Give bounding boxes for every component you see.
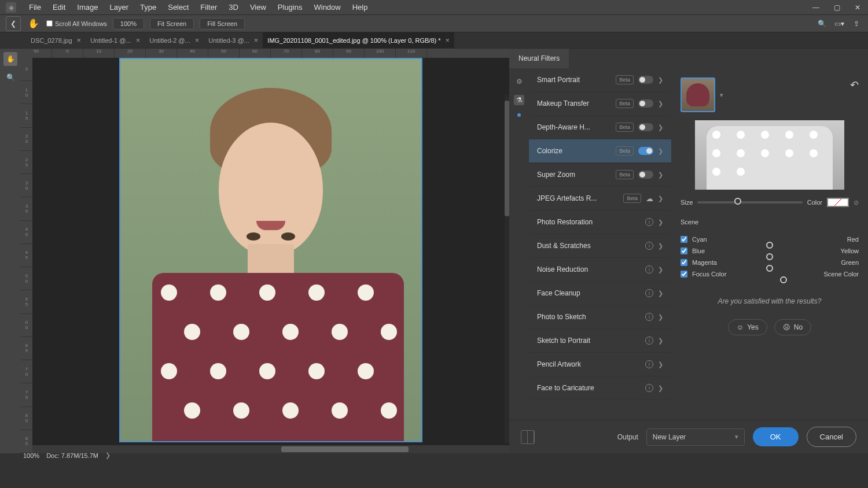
menu-image[interactable]: Image — [71, 3, 104, 12]
beaker-icon[interactable]: ⚗ — [514, 95, 524, 105]
layout-icon[interactable] — [521, 430, 535, 444]
tab-close-icon[interactable]: × — [195, 36, 200, 45]
document-tab[interactable]: Untitled-2 @...× — [145, 32, 204, 48]
workspace-switcher-icon[interactable]: ▭▾ — [833, 18, 845, 29]
info-icon[interactable]: i — [645, 384, 653, 392]
info-icon[interactable]: i — [645, 242, 653, 250]
maximize-button[interactable]: ▢ — [826, 0, 847, 15]
chevron-right-icon: ❯ — [658, 219, 663, 226]
filter-item[interactable]: Dust & Scratchesi❯ — [529, 234, 671, 258]
scene-checkbox[interactable] — [681, 259, 687, 266]
filter-item[interactable]: Smart PortraitBeta❯ — [529, 68, 671, 92]
tab-close-icon[interactable]: × — [446, 36, 450, 45]
hand-tool[interactable]: ✋ — [3, 52, 17, 66]
filter-item[interactable]: Face to Caricaturei❯ — [529, 376, 671, 400]
filter-item[interactable]: Photo Restorationi❯ — [529, 210, 671, 234]
color-label: Color — [807, 199, 822, 206]
cancel-button[interactable]: Cancel — [807, 427, 856, 447]
menu-help[interactable]: Help — [347, 3, 374, 12]
chevron-right-icon: ❯ — [658, 100, 663, 108]
hand-tool-icon[interactable]: ✋ — [27, 17, 41, 31]
scene-checkbox[interactable] — [681, 271, 687, 278]
chevron-right-icon: ❯ — [658, 313, 663, 321]
scene-heading: Scene — [681, 219, 859, 225]
no-button[interactable]: ☹No — [774, 319, 811, 335]
menu-window[interactable]: Window — [308, 3, 346, 12]
zoom-tool[interactable]: 🔍 — [3, 71, 17, 84]
menu-layer[interactable]: Layer — [104, 3, 135, 12]
preview-image[interactable] — [695, 120, 844, 190]
filter-toggle[interactable] — [638, 123, 653, 131]
menu-view[interactable]: View — [244, 3, 272, 12]
menu-filter[interactable]: Filter — [194, 3, 223, 12]
menu-select[interactable]: Select — [162, 3, 194, 12]
status-chevron-icon[interactable]: ❯ — [105, 452, 111, 459]
tab-close-icon[interactable]: × — [254, 36, 259, 45]
document-tab[interactable]: IMG_20201108_0001_edited.jpg @ 100% (Lay… — [263, 32, 454, 48]
canvas[interactable] — [32, 58, 509, 443]
filter-item[interactable]: Photo to Sketchi❯ — [529, 305, 671, 329]
filter-toggle[interactable] — [638, 99, 653, 108]
info-icon[interactable]: i — [645, 313, 653, 321]
filter-item[interactable]: JPEG Artefacts R...Beta☁❯ — [529, 187, 671, 210]
status-zoom: 100% — [23, 452, 39, 459]
minimize-button[interactable]: — — [806, 0, 826, 15]
face-thumbnail[interactable] — [681, 77, 715, 112]
cloud-download-icon[interactable]: ☁ — [646, 194, 653, 203]
filter-item[interactable]: Depth-Aware H...Beta❯ — [529, 116, 671, 139]
filter-item[interactable]: Face Cleanupi❯ — [529, 282, 671, 305]
face-dropdown-icon[interactable]: ▾ — [720, 91, 723, 99]
info-icon[interactable]: i — [645, 337, 653, 345]
color-none-icon[interactable]: ⊘ — [854, 199, 859, 206]
ruler-horizontal: 500102030405060708090100110 — [21, 49, 509, 58]
chevron-right-icon: ❯ — [658, 290, 663, 297]
scene-checkbox[interactable] — [681, 247, 687, 254]
filter-item[interactable]: Pencil Artworki❯ — [529, 353, 671, 376]
yes-button[interactable]: ☺Yes — [728, 319, 767, 335]
menu-plugins[interactable]: Plugins — [272, 3, 308, 12]
tab-close-icon[interactable]: × — [77, 36, 82, 45]
menu-file[interactable]: File — [23, 3, 47, 12]
filter-toggle[interactable] — [638, 171, 653, 179]
reset-icon[interactable]: ↶ — [850, 79, 859, 91]
panel-tab[interactable]: Neural Filters — [509, 49, 569, 68]
filter-item[interactable]: Makeup TransferBeta❯ — [529, 92, 671, 116]
info-icon[interactable]: i — [645, 218, 653, 226]
menu-type[interactable]: Type — [134, 3, 162, 12]
info-icon[interactable]: i — [645, 265, 653, 273]
menu-edit[interactable]: Edit — [47, 3, 71, 12]
menu-3d[interactable]: 3D — [223, 3, 244, 12]
back-button[interactable]: ❮ — [6, 16, 21, 31]
satisfied-text: Are you satisfied with the results? — [681, 297, 859, 305]
document-tab[interactable]: DSC_0278.jpg× — [26, 32, 86, 48]
vertical-scrollbar[interactable] — [505, 95, 509, 443]
filter-item[interactable]: Super ZoomBeta❯ — [529, 163, 671, 187]
filter-item[interactable]: Noise Reductioni❯ — [529, 258, 671, 282]
scroll-all-checkbox[interactable]: Scroll All Windows — [46, 20, 107, 27]
filter-toggle[interactable] — [638, 147, 653, 155]
filter-toggle[interactable] — [638, 76, 653, 84]
fit-screen-button[interactable]: Fit Screen — [150, 18, 194, 29]
share-icon[interactable]: ⇪ — [851, 18, 862, 29]
output-select[interactable]: New Layer▾ — [646, 428, 745, 446]
size-slider[interactable] — [697, 201, 802, 204]
chevron-right-icon: ❯ — [658, 147, 663, 155]
chevron-right-icon: ❯ — [658, 361, 663, 368]
status-bar: 100% Doc: 7.87M/15.7M ❯ — [23, 452, 111, 459]
fill-screen-button[interactable]: Fill Screen — [200, 18, 245, 29]
zoom-input[interactable]: 100% — [113, 18, 144, 29]
document-tab[interactable]: Untitled-3 @...× — [204, 32, 263, 48]
settings-icon[interactable]: ⚙ — [514, 76, 524, 87]
tab-close-icon[interactable]: × — [136, 36, 141, 45]
close-button[interactable]: ✕ — [847, 0, 868, 15]
info-icon[interactable]: i — [645, 289, 653, 297]
filter-item[interactable]: ColorizeBeta❯ — [529, 139, 671, 163]
color-swatch[interactable] — [827, 198, 849, 207]
document-tab[interactable]: Untitled-1 @...× — [86, 32, 145, 48]
filter-item[interactable]: Sketch to Portraiti❯ — [529, 329, 671, 353]
ok-button[interactable]: OK — [753, 427, 799, 446]
panel-category-bar: ⚙ ⚗ — [509, 68, 529, 420]
search-icon[interactable]: 🔍 — [816, 18, 827, 29]
scene-checkbox[interactable] — [681, 236, 687, 243]
info-icon[interactable]: i — [645, 360, 653, 368]
